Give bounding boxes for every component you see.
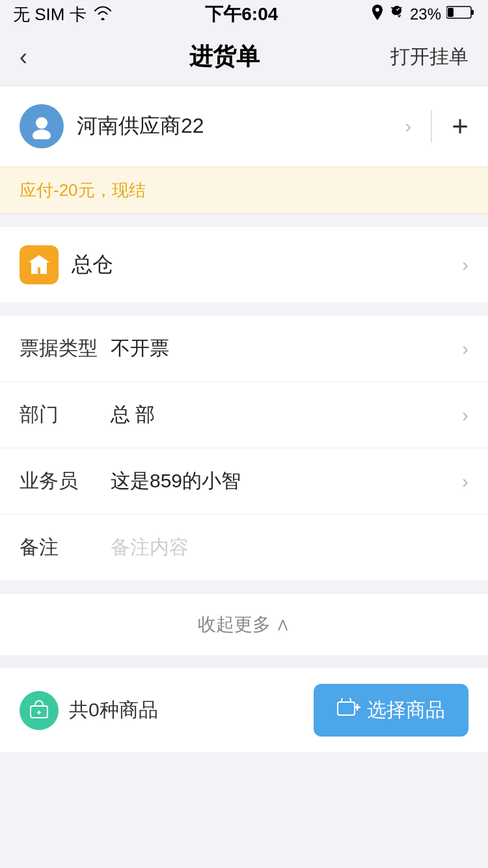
invoice-type-chevron-icon: › xyxy=(462,338,468,360)
warehouse-section: 总仓 › xyxy=(0,227,488,303)
status-time: 下午6:04 xyxy=(205,2,278,27)
svg-rect-1 xyxy=(471,10,474,15)
notice-bar: 应付-20元，现结 xyxy=(0,167,488,214)
carrier-text: 无 SIM 卡 xyxy=(13,3,87,26)
remark-label: 备注 xyxy=(20,534,111,561)
svg-point-4 xyxy=(33,129,51,139)
collapse-row[interactable]: 收起更多 ∧ xyxy=(0,593,488,655)
battery-percent: 23% xyxy=(410,5,441,23)
nav-bar: ‹ 进货单 打开挂单 xyxy=(0,29,488,86)
supplier-name[interactable]: 河南供应商22 xyxy=(77,112,405,141)
warehouse-chevron-icon: › xyxy=(462,254,468,276)
divider xyxy=(431,110,432,142)
warehouse-row[interactable]: 总仓 › xyxy=(0,227,488,303)
invoice-type-label: 票据类型 xyxy=(20,335,111,362)
product-count-icon xyxy=(20,691,59,730)
warehouse-name: 总仓 xyxy=(72,251,462,279)
main-content: 河南供应商22 › + 应付-20元，现结 总仓 › 票据类型 不开票 › xyxy=(0,86,488,752)
salesperson-row[interactable]: 业务员 这是859的小智 › xyxy=(0,448,488,515)
invoice-type-row[interactable]: 票据类型 不开票 › xyxy=(0,316,488,382)
department-row[interactable]: 部门 总 部 › xyxy=(0,382,488,448)
product-count-area: 共0种商品 xyxy=(20,691,158,730)
salesperson-chevron-icon: › xyxy=(462,470,468,493)
product-count-text: 共0种商品 xyxy=(69,697,158,724)
open-pending-button[interactable]: 打开挂单 xyxy=(390,44,468,70)
wifi-icon xyxy=(93,5,113,25)
department-chevron-icon: › xyxy=(462,404,468,426)
svg-rect-2 xyxy=(448,8,454,17)
salesperson-label: 业务员 xyxy=(20,468,111,495)
status-left: 无 SIM 卡 xyxy=(13,3,113,26)
alarm-icon xyxy=(389,5,405,24)
supplier-row: 河南供应商22 › + xyxy=(0,86,488,167)
collapse-text: 收起更多 ∧ xyxy=(198,612,291,637)
remark-row[interactable]: 备注 备注内容 xyxy=(0,515,488,580)
location-icon xyxy=(371,5,384,24)
invoice-type-value: 不开票 xyxy=(111,335,462,362)
select-product-icon xyxy=(337,698,360,722)
back-button[interactable]: ‹ xyxy=(20,44,59,71)
supplier-chevron-icon: › xyxy=(405,115,411,137)
remark-input[interactable]: 备注内容 xyxy=(111,534,468,561)
warehouse-icon xyxy=(20,245,59,284)
supplier-section: 河南供应商22 › + 应付-20元，现结 xyxy=(0,86,488,214)
svg-point-3 xyxy=(36,117,47,129)
battery-icon xyxy=(446,5,475,23)
bottom-bar: 共0种商品 选择商品 xyxy=(0,668,488,752)
notice-text: 应付-20元，现结 xyxy=(20,180,146,200)
salesperson-value: 这是859的小智 xyxy=(111,468,462,495)
add-supplier-button[interactable]: + xyxy=(452,110,468,142)
status-bar: 无 SIM 卡 下午6:04 23% xyxy=(0,0,488,29)
department-value: 总 部 xyxy=(111,401,462,428)
form-section: 票据类型 不开票 › 部门 总 部 › 业务员 这是859的小智 › 备注 备注… xyxy=(0,316,488,580)
supplier-avatar xyxy=(20,104,64,148)
page-title: 进货单 xyxy=(189,41,260,73)
svg-rect-6 xyxy=(338,702,355,715)
department-label: 部门 xyxy=(20,401,111,428)
status-right: 23% xyxy=(371,5,475,24)
select-product-label: 选择商品 xyxy=(367,697,445,724)
select-product-button[interactable]: 选择商品 xyxy=(314,684,468,737)
